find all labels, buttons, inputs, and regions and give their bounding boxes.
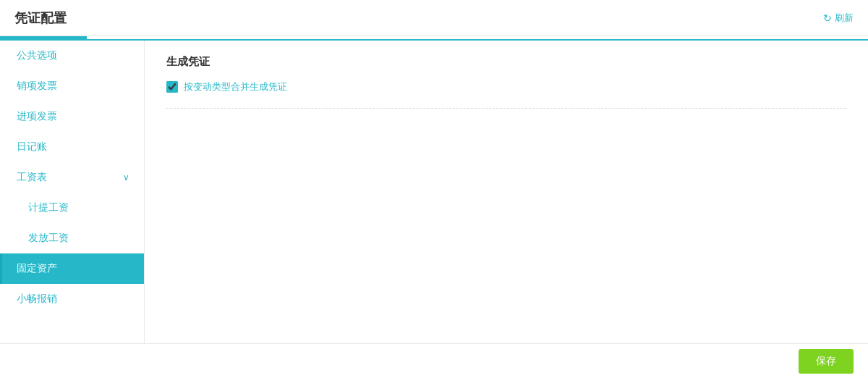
sidebar-item-payroll[interactable]: 工资表∨ <box>0 162 144 193</box>
sidebar-item-sales-invoice[interactable]: 销项发票 <box>0 71 144 101</box>
content-divider <box>166 108 846 109</box>
sidebar-label-purchase-invoice: 进项发票 <box>17 110 57 123</box>
save-button[interactable]: 保存 <box>799 349 854 374</box>
sidebar-label-fixed-assets: 固定资产 <box>17 262 57 275</box>
section-title: 生成凭证 <box>166 55 846 69</box>
top-indicator <box>0 36 87 39</box>
page-header: 凭证配置 ↻ 刷新 <box>0 0 868 36</box>
merge-by-type-checkbox[interactable] <box>166 81 178 93</box>
sidebar-item-accrued-payroll[interactable]: 计提工资 <box>0 193 144 223</box>
sidebar-item-expense-report[interactable]: 小畅报销 <box>0 284 144 314</box>
sidebar-item-public-options[interactable]: 公共选项 <box>0 41 144 71</box>
refresh-icon: ↻ <box>823 12 832 24</box>
sidebar-label-pay-payroll: 发放工资 <box>28 232 69 245</box>
sidebar-label-journal: 日记账 <box>17 140 47 154</box>
checkbox-row: 按变动类型合并生成凭证 <box>166 80 846 93</box>
content-area: 生成凭证 按变动类型合并生成凭证 <box>145 41 868 343</box>
main-content: 公共选项销项发票进项发票日记账工资表∨计提工资发放工资固定资产小畅报销 生成凭证… <box>0 41 868 343</box>
sidebar-label-payroll: 工资表 <box>17 171 47 184</box>
page-title: 凭证配置 <box>14 9 67 27</box>
page-footer: 保存 <box>0 343 868 378</box>
chevron-down-icon: ∨ <box>123 172 129 182</box>
sidebar-item-pay-payroll[interactable]: 发放工资 <box>0 223 144 253</box>
sidebar: 公共选项销项发票进项发票日记账工资表∨计提工资发放工资固定资产小畅报销 <box>0 41 145 343</box>
sidebar-label-accrued-payroll: 计提工资 <box>28 201 69 214</box>
sidebar-item-purchase-invoice[interactable]: 进项发票 <box>0 101 144 132</box>
refresh-label: 刷新 <box>835 12 854 25</box>
sidebar-label-expense-report: 小畅报销 <box>17 293 57 306</box>
sidebar-item-journal[interactable]: 日记账 <box>0 132 144 162</box>
merge-by-type-label[interactable]: 按变动类型合并生成凭证 <box>184 80 287 93</box>
sidebar-item-fixed-assets[interactable]: 固定资产 <box>0 253 144 284</box>
sidebar-label-public-options: 公共选项 <box>17 49 57 62</box>
refresh-button[interactable]: ↻ 刷新 <box>823 12 854 25</box>
sidebar-label-sales-invoice: 销项发票 <box>17 80 57 93</box>
